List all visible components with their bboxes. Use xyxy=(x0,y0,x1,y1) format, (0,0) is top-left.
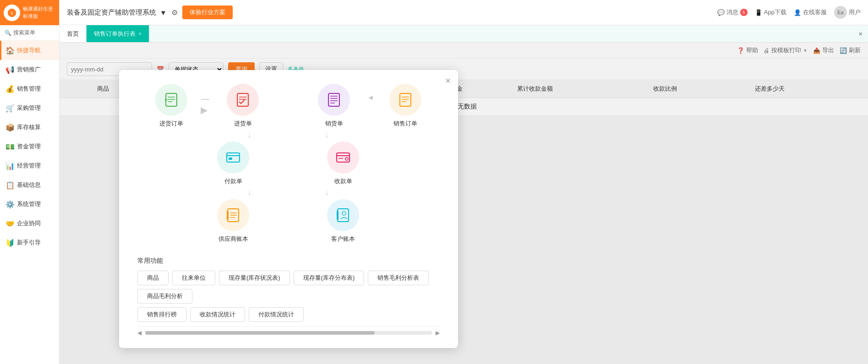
arrow-v2: ↓ xyxy=(325,128,329,141)
sales-order-label: 销售订单 xyxy=(393,120,417,128)
flow-item-receipt[interactable]: 收款单 xyxy=(309,141,377,185)
svg-rect-9 xyxy=(227,153,240,162)
guide-icon: 🔰 xyxy=(6,239,14,247)
flow-item-supplier-ledger[interactable]: 供应商账本 xyxy=(199,199,267,243)
tab-home[interactable]: 首页 xyxy=(60,25,87,42)
flow-item-sales-bill[interactable]: 销货单 xyxy=(300,84,368,128)
experience-btn[interactable]: 体验行业方案 xyxy=(182,5,233,19)
operations-icon: 📊 xyxy=(6,162,14,170)
scroll-left-btn[interactable]: ◀ xyxy=(137,330,142,336)
top-header: 装备及固定资产辅助管理系统 ▼ ⚙ 体验行业方案 💬 消息 5 📱 App下载 … xyxy=(60,0,868,25)
func-buttons-row1: 商品 往来单位 现存量(库存状况表) 现存量(库存分布表) 销售毛利分析表 商品… xyxy=(137,271,440,304)
supplier-ledger-icon xyxy=(217,199,249,231)
payment-icon xyxy=(217,141,249,174)
sidebar-item-basic-info[interactable]: 📋 基础信息 xyxy=(0,175,59,195)
svg-point-32 xyxy=(342,212,346,215)
func-btn-product[interactable]: 商品 xyxy=(137,271,169,285)
customer-ledger-label: 客户账本 xyxy=(331,235,355,243)
main-area: 装备及固定资产辅助管理系统 ▼ ⚙ 体验行业方案 💬 消息 5 📱 App下载 … xyxy=(60,0,868,364)
sidebar-logo: 6 畅康通好生意 标准版 xyxy=(0,0,59,25)
app-download-btn[interactable]: 📱 App下载 xyxy=(755,8,786,16)
finance-icon: 💵 xyxy=(6,142,14,151)
purchase-bill-label: 进货单 xyxy=(234,120,252,128)
purchase-order-label: 进货订单 xyxy=(159,120,183,128)
arrow-v4: ↓ xyxy=(325,185,329,199)
content-area: ❓ 帮助 🖨 按模板打印 ▼ 📤 导出 🔄 刷新 xyxy=(60,43,868,364)
sales-bill-icon xyxy=(318,84,350,116)
purchase-icon: 🛒 xyxy=(6,104,14,112)
flow-item-sales-order[interactable]: 销售订单 xyxy=(371,84,440,128)
sidebar-item-sales[interactable]: 💰 销售管理 xyxy=(0,79,59,98)
user-menu[interactable]: Ea 用户 xyxy=(834,6,861,19)
common-functions-title: 常用功能 xyxy=(137,257,440,265)
tab-close-btn[interactable]: × xyxy=(138,31,142,37)
scroll-track xyxy=(145,331,432,335)
marketing-icon: 📢 xyxy=(6,65,14,74)
receipt-label: 收款单 xyxy=(334,177,352,185)
scroll-thumb[interactable] xyxy=(145,331,375,335)
func-btn-receipt-stat[interactable]: 收款情况统计 xyxy=(190,307,245,322)
scroll-bar-area: ◀ ▶ xyxy=(137,326,440,339)
modal-close-btn[interactable]: × xyxy=(445,76,451,86)
svg-rect-11 xyxy=(229,158,232,160)
logo-icon: 6 xyxy=(4,5,20,21)
sidebar-item-finance[interactable]: 💵 资金管理 xyxy=(0,137,59,156)
sidebar-item-operations[interactable]: 📊 经营管理 xyxy=(0,156,59,175)
sidebar-item-cooperation[interactable]: 🤝 企业协同 xyxy=(0,214,59,233)
settings-icon[interactable]: ⚙ xyxy=(171,8,178,17)
sidebar-item-system[interactable]: ⚙️ 系统管理 xyxy=(0,195,59,214)
system-title-area: 装备及固定资产辅助管理系统 ▼ xyxy=(67,8,167,17)
message-btn[interactable]: 💬 消息 5 xyxy=(717,8,748,16)
system-title: 装备及固定资产辅助管理系统 xyxy=(67,8,156,17)
sidebar: 6 畅康通好生意 标准版 🔍 搜索菜单 🏠 快捷导航 📢 营销推广 💰 销售管理 xyxy=(0,0,60,364)
svg-rect-31 xyxy=(337,211,338,220)
inventory-icon: 📦 xyxy=(6,123,14,131)
purchase-bill-icon xyxy=(227,84,259,116)
common-functions: 常用功能 商品 往来单位 现存量(库存状况表) 现存量(库存分布表) 销售毛利分… xyxy=(137,257,440,322)
flow-item-purchase-bill[interactable]: 进货单 xyxy=(209,84,277,128)
svg-rect-6 xyxy=(237,93,248,106)
search-menu[interactable]: 🔍 搜索菜单 xyxy=(0,25,59,41)
func-btn-counterpart[interactable]: 往来单位 xyxy=(172,271,215,285)
func-buttons-row2: 销售排行榜 收款情况统计 付款情况统计 xyxy=(137,307,440,322)
receipt-icon xyxy=(327,141,359,174)
basic-info-icon: 📋 xyxy=(6,181,14,189)
sidebar-item-purchase[interactable]: 🛒 采购管理 xyxy=(0,98,59,118)
search-icon: 🔍 xyxy=(5,30,11,36)
message-icon: 💬 xyxy=(717,9,725,16)
system-title-dropdown[interactable]: ▼ xyxy=(160,9,167,16)
sales-icon: 💰 xyxy=(6,85,14,93)
func-btn-product-margin[interactable]: 商品毛利分析 xyxy=(137,289,192,304)
arrow-v3: ↓ xyxy=(247,185,251,199)
svg-rect-2 xyxy=(166,93,177,106)
sales-order-icon xyxy=(389,84,421,116)
sidebar-item-guide[interactable]: 🔰 新手引导 xyxy=(0,233,59,252)
avatar: Ea xyxy=(834,6,847,19)
flow-item-purchase-order[interactable]: 进货订单 xyxy=(137,84,205,128)
svg-rect-13 xyxy=(227,211,229,220)
sales-bill-label: 销货单 xyxy=(325,120,343,128)
tab-bar-close[interactable]: × xyxy=(853,25,868,42)
purchase-order-icon xyxy=(155,84,187,116)
func-btn-sales-rank[interactable]: 销售排行榜 xyxy=(137,307,186,322)
online-service-btn[interactable]: 👤 在线客服 xyxy=(794,8,827,16)
modal-overlay[interactable]: × 进货订单 xyxy=(60,43,868,364)
sidebar-item-marketing[interactable]: 📢 营销推广 xyxy=(0,60,59,79)
flow-item-payment[interactable]: 付款单 xyxy=(199,141,267,185)
func-btn-payment-stat[interactable]: 付款情况统计 xyxy=(249,307,304,322)
tab-sales-order[interactable]: 销售订单执行表 × xyxy=(87,25,149,42)
func-btn-stock-dist[interactable]: 现存量(库存分布表) xyxy=(294,271,365,285)
message-badge: 5 xyxy=(740,9,748,16)
func-btn-sales-margin[interactable]: 销售毛利分析表 xyxy=(368,271,429,285)
system-icon: ⚙️ xyxy=(6,200,14,208)
scroll-right-btn[interactable]: ▶ xyxy=(436,330,440,336)
sidebar-item-quick-nav[interactable]: 🏠 快捷导航 xyxy=(0,41,59,60)
svg-rect-17 xyxy=(328,93,339,106)
quick-nav-icon: 🏠 xyxy=(6,46,14,54)
sidebar-nav: 🏠 快捷导航 📢 营销推广 💰 销售管理 🛒 采购管理 📦 库存核算 💵 xyxy=(0,41,59,364)
download-icon: 📱 xyxy=(755,9,762,16)
sidebar-item-inventory[interactable]: 📦 库存核算 xyxy=(0,118,59,137)
func-btn-stock-status[interactable]: 现存量(库存状况表) xyxy=(219,271,290,285)
svg-text:6: 6 xyxy=(11,11,13,15)
flow-item-customer-ledger[interactable]: 客户账本 xyxy=(309,199,377,243)
